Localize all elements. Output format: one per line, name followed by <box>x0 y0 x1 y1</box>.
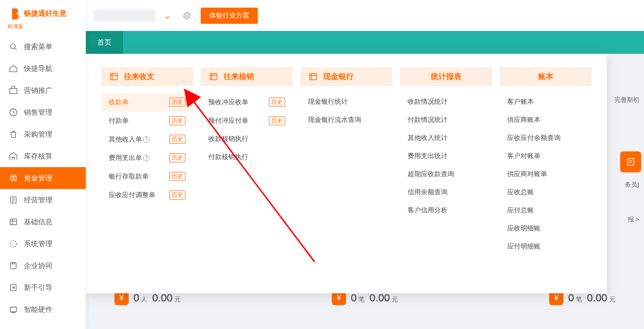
sidebar-icon-3 <box>9 108 18 117</box>
brand-name: 畅捷通好生意 <box>24 9 67 18</box>
stat-count: 0笔 <box>568 292 582 304</box>
sidebar-item-label: 新手引导 <box>24 283 52 292</box>
mega-link[interactable]: 费用支出统计 <box>400 147 492 165</box>
tab-home[interactable]: 首页 <box>86 31 123 54</box>
mega-link[interactable]: 应付总账 <box>500 201 592 219</box>
mega-link[interactable]: 客户账本 <box>500 93 592 111</box>
sidebar-icon-1 <box>9 64 18 73</box>
svg-rect-12 <box>111 74 118 80</box>
sidebar-item-4[interactable]: 采购管理 <box>0 123 86 145</box>
sidebar-item-2[interactable]: 营销推广 <box>0 80 86 101</box>
mega-link[interactable]: 收款情况统计 <box>400 93 492 111</box>
svg-rect-1 <box>10 89 17 94</box>
header: ⌄ 体验行业方案 <box>86 0 644 31</box>
history-tag[interactable]: 历史 <box>169 135 185 144</box>
help-icon[interactable]: ? <box>143 155 150 161</box>
history-tag[interactable]: 历史 <box>169 190 185 199</box>
history-tag[interactable]: 历史 <box>269 116 285 125</box>
history-tag[interactable]: 历史 <box>169 116 185 125</box>
mega-column-title: 统计报表 <box>431 72 461 82</box>
mega-link[interactable]: 收款核销执行 <box>201 130 293 148</box>
sidebar-item-11[interactable]: 新手引导 <box>0 277 86 299</box>
sidebar-icon-2 <box>9 86 18 95</box>
sidebar-item-0[interactable]: 搜索菜单 <box>0 36 86 58</box>
mega-link[interactable]: 应收明细账 <box>500 219 592 238</box>
mega-link[interactable]: 客户对账单 <box>500 147 592 165</box>
help-icon[interactable]: ? <box>143 136 150 143</box>
mega-column-head: 账本 <box>500 67 592 86</box>
mega-link[interactable]: 现金银行统计 <box>300 93 392 111</box>
mega-link[interactable]: 付款核销执行 <box>201 148 293 166</box>
mega-link[interactable]: 付款单历史 <box>101 111 193 130</box>
stat-amount: 0.00元 <box>369 292 398 304</box>
sidebar-item-label: 企业协同 <box>24 261 52 270</box>
sidebar-item-5[interactable]: 库存核算 <box>0 145 86 167</box>
sidebar: 畅捷通好生意 标准版 搜索菜单快捷导航营销推广销售管理采购管理库存核算资金管理经… <box>0 0 86 329</box>
mega-link[interactable]: 信用余额查询 <box>400 183 492 201</box>
org-name-redacted <box>93 10 155 21</box>
sidebar-item-8[interactable]: 基础信息 <box>0 211 86 233</box>
history-tag[interactable]: 历史 <box>169 172 185 181</box>
history-tag[interactable]: 历史 <box>169 153 185 162</box>
settings-gear-icon[interactable] <box>180 9 194 23</box>
svg-point-0 <box>10 44 15 49</box>
mega-link[interactable]: 其他收入单?历史 <box>101 130 193 149</box>
mega-link[interactable]: 现金银行流水查询 <box>300 111 392 129</box>
mega-link-label: 应收明细账 <box>507 224 541 233</box>
mega-link-label: 收款单 <box>109 98 129 107</box>
column-head-icon <box>109 71 119 82</box>
mega-link-label: 应收应付调整单 <box>109 191 155 199</box>
svg-point-10 <box>186 14 188 17</box>
mega-link[interactable]: 预收冲应收单历史 <box>201 93 293 111</box>
mega-link[interactable]: 付款情况统计 <box>400 111 492 129</box>
sidebar-item-1[interactable]: 快捷导航 <box>0 58 86 80</box>
mega-link[interactable]: 应收应付余额查询 <box>500 129 592 147</box>
mega-link[interactable]: 应收总账 <box>500 183 592 201</box>
sidebar-item-label: 销售管理 <box>24 108 52 117</box>
mega-link[interactable]: 费用支出单?历史 <box>101 149 193 167</box>
sidebar-item-10[interactable]: 企业协同 <box>0 255 86 277</box>
mega-link-label: 付款单 <box>109 117 129 125</box>
mega-link[interactable]: 银行存取款单历史 <box>101 167 193 186</box>
mega-link[interactable]: 预付冲应付单历史 <box>201 111 293 130</box>
sidebar-icon-10 <box>9 261 18 270</box>
tab-bar: 首页 <box>86 31 644 54</box>
mega-link[interactable]: 应收应付调整单历史 <box>101 186 193 204</box>
sidebar-item-label: 智能硬件 <box>24 305 52 314</box>
sidebar-icon-0 <box>9 42 18 51</box>
mega-link-label: 付款核销执行 <box>208 153 248 161</box>
mega-column-head: 往来核销 <box>201 67 293 86</box>
mega-link-label: 付款情况统计 <box>408 116 448 124</box>
sidebar-item-label: 资金管理 <box>24 174 52 183</box>
sidebar-item-12[interactable]: 智能硬件 <box>0 299 86 320</box>
sidebar-icon-6 <box>9 173 18 183</box>
mega-link[interactable]: 其他收入统计 <box>400 129 492 147</box>
mega-link[interactable]: 应付明细账 <box>500 238 592 256</box>
mega-link[interactable]: 超期应收款查询 <box>400 165 492 183</box>
mega-link-label: 应收应付余额查询 <box>507 134 561 142</box>
svg-rect-5 <box>10 219 16 225</box>
mega-link[interactable]: 收款单历史 <box>101 93 193 111</box>
sidebar-item-3[interactable]: 销售管理 <box>0 101 86 123</box>
mega-link[interactable]: 客户信用分析 <box>400 201 492 219</box>
mega-link[interactable]: 供应商账本 <box>500 111 592 129</box>
mega-link-label: 供应商账本 <box>507 116 541 124</box>
mega-column-head: 现金银行 <box>300 67 392 86</box>
sidebar-item-9[interactable]: 系统管理 <box>0 233 86 255</box>
org-dropdown-chevron-icon[interactable]: ⌄ <box>162 10 173 21</box>
side-floating-icon[interactable] <box>620 151 641 172</box>
mega-link-label: 应付总账 <box>507 206 534 215</box>
industry-solution-button[interactable]: 体验行业方案 <box>201 8 258 24</box>
mega-link[interactable]: 供应商对账单 <box>500 165 592 183</box>
sidebar-item-7[interactable]: 经营管理 <box>0 189 86 211</box>
mega-link-label: 客户对账单 <box>507 152 541 160</box>
svg-rect-9 <box>10 307 16 312</box>
mega-menu-panel: 往来收支收款单历史付款单历史其他收入单?历史费用支出单?历史银行存取款单历史应收… <box>86 54 607 293</box>
stat-count: 0笔 <box>351 292 365 304</box>
history-tag[interactable]: 历史 <box>169 98 185 107</box>
mega-link-label: 其他收入统计 <box>408 134 448 142</box>
sidebar-item-6[interactable]: 资金管理 <box>0 167 86 189</box>
mega-column-title: 往来收支 <box>124 72 154 82</box>
history-tag[interactable]: 历史 <box>269 98 285 107</box>
sidebar-icon-7 <box>9 195 18 205</box>
